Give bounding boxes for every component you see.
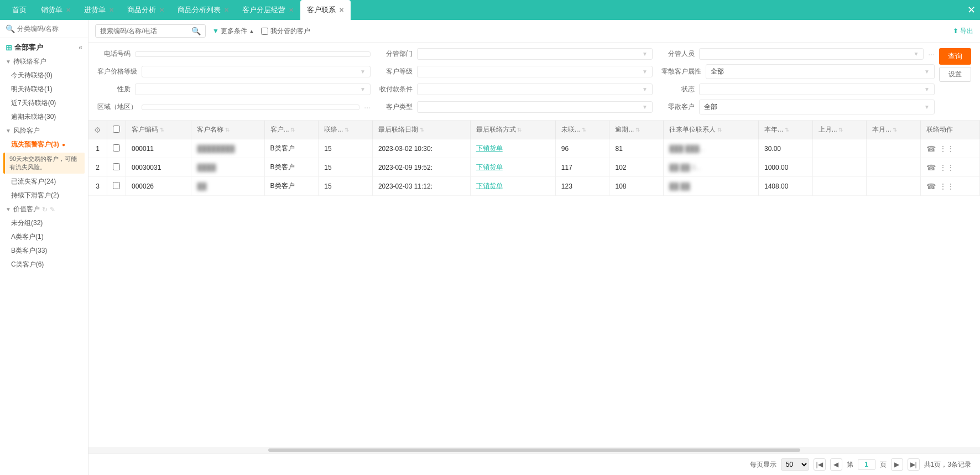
action-contact-icon[interactable]: ☎ (926, 144, 936, 153)
close-purchase-tab[interactable]: ✕ (109, 7, 114, 14)
nav-tab-customer-tier[interactable]: 客户分层经营 ✕ (236, 0, 300, 20)
sidebar-item-overdue[interactable]: 逾期未联络(30) (0, 110, 88, 124)
close-customer-contact-tab[interactable]: ✕ (339, 7, 344, 14)
field-nature-select[interactable]: ▼ (135, 83, 371, 95)
th-contacts[interactable]: 往来单位联系人 (664, 121, 759, 139)
field-retail-attr-select[interactable]: 全部▼ (706, 64, 935, 79)
close-product-tab[interactable]: ✕ (159, 7, 164, 14)
nav-tab-product-analysis[interactable]: 商品分析 ✕ (121, 0, 171, 20)
th-no-contact[interactable]: 未联... (555, 121, 609, 139)
field-phone-input[interactable] (135, 51, 371, 57)
chevron-down-icon-3: ▼ (6, 206, 11, 212)
search-input[interactable] (100, 27, 189, 35)
row-checkbox[interactable] (113, 144, 120, 152)
last-page-btn[interactable]: ▶| (908, 458, 920, 471)
settings-icon[interactable]: ⚙ (94, 126, 101, 134)
query-btn[interactable]: 查询 (939, 48, 971, 65)
nav-tab-sales[interactable]: 销货单 ✕ (34, 0, 77, 20)
th-type[interactable]: 客户... (264, 121, 319, 139)
prev-page-btn[interactable]: ◀ (830, 458, 842, 471)
th-overdue[interactable]: 逾期... (609, 121, 664, 139)
row-last-method[interactable]: 下销货单 (470, 139, 555, 158)
current-page-input[interactable] (858, 459, 875, 470)
sidebar-item-churn-warning[interactable]: 流失预警客户(3) ● (0, 138, 88, 152)
my-customers-check[interactable] (261, 28, 268, 35)
row-this-year: 1000.00 (759, 158, 813, 177)
manager-ellipsis-btn[interactable]: ··· (928, 50, 935, 59)
th-code[interactable]: 客户编码 (126, 121, 191, 139)
action-contact-icon[interactable]: ☎ (926, 163, 936, 172)
close-all-btn[interactable]: ✕ (967, 4, 976, 16)
sidebar-item-declining[interactable]: 持续下滑客户(2) (0, 189, 88, 202)
row-checkbox[interactable] (113, 182, 120, 189)
nav-tab-product-list[interactable]: 商品分析列表 ✕ (171, 0, 236, 20)
th-settings[interactable]: ⚙ (88, 121, 107, 139)
nav-tab-home[interactable]: 首页 (4, 0, 34, 20)
action-more-icon[interactable]: ⋮⋮ (939, 144, 955, 153)
nav-tab-customer-contact[interactable]: 客户联系 ✕ (300, 0, 351, 20)
th-this-month[interactable]: 本月... (867, 121, 921, 139)
export-btn[interactable]: ⬆ 导出 (953, 27, 973, 36)
field-payment-label: 收付款条件 (379, 85, 413, 94)
action-more-icon[interactable]: ⋮⋮ (939, 182, 955, 191)
collapse-sidebar-btn[interactable]: « (79, 44, 82, 51)
row-last-method[interactable]: 下销货单 (470, 177, 555, 196)
close-customer-tier-tab[interactable]: ✕ (289, 7, 294, 14)
per-page-select[interactable]: 50 20 100 (781, 458, 809, 471)
th-checkbox[interactable] (107, 121, 126, 139)
nav-tab-purchase[interactable]: 进货单 ✕ (77, 0, 121, 20)
sidebar-search-input[interactable] (17, 25, 88, 33)
row-last-method[interactable]: 下销货单 (470, 158, 555, 177)
region-ellipsis-btn[interactable]: ··· (364, 103, 371, 112)
th-last-month[interactable]: 上月... (812, 121, 867, 139)
sidebar-item-a-class[interactable]: A类客户(1) (0, 230, 88, 244)
field-dept-select[interactable]: ▼ (417, 48, 653, 60)
table-header: ⚙ 客户编码 客户名称 客户... 联络... 最后联络日期 最后联络方式 未联… (88, 121, 980, 139)
sidebar-item-today[interactable]: 今天待联络(0) (0, 69, 88, 82)
sidebar-item-c-class[interactable]: C类客户(6) (0, 258, 88, 272)
field-customer-level-select[interactable]: ▼ (417, 66, 653, 77)
first-page-btn[interactable]: |◀ (814, 458, 826, 471)
row-last-date: 2023-02-09 19:52: (372, 158, 470, 177)
field-status-select[interactable]: ▼ (699, 83, 935, 95)
edit-icon[interactable]: ✎ (50, 206, 55, 213)
close-sales-tab[interactable]: ✕ (66, 7, 71, 14)
action-contact-icon[interactable]: ☎ (926, 182, 936, 191)
sidebar-item-ungrouped[interactable]: 未分组(32) (0, 216, 88, 230)
table-row: 3 000026 ██ B类客户 15 2023-02-03 11:12: 下销… (88, 177, 980, 196)
select-all-checkbox[interactable] (113, 126, 120, 133)
settings-btn[interactable]: 设置 (939, 67, 971, 82)
more-conditions-btn[interactable]: ▼ 更多条件 ▲ (212, 27, 254, 36)
sidebar-item-b-class[interactable]: B类客户(33) (0, 244, 88, 258)
action-more-icon[interactable]: ⋮⋮ (939, 163, 955, 172)
th-name[interactable]: 客户名称 (191, 121, 264, 139)
close-product-list-tab[interactable]: ✕ (224, 7, 229, 14)
sidebar-all-customers[interactable]: ⊞ 全部客户 « (0, 38, 88, 55)
field-customer-type-select[interactable]: ▼ (417, 101, 653, 113)
field-manager-select[interactable]: ▼ (699, 48, 924, 60)
th-last-method[interactable]: 最后联络方式 (470, 121, 555, 139)
search-btn-icon[interactable]: 🔍 (191, 27, 201, 35)
sidebar-group-value[interactable]: ▼ 价值客户 ↻ ✎ (0, 202, 88, 216)
th-last-date[interactable]: 最后联络日期 (372, 121, 470, 139)
row-name: ████ (191, 158, 264, 177)
filter-row-3: 性质 ▼ 收付款条件 ▼ 状态 (97, 83, 935, 95)
refresh-icon[interactable]: ↻ (42, 206, 48, 213)
data-table: ⚙ 客户编码 客户名称 客户... 联络... 最后联络日期 最后联络方式 未联… (88, 121, 980, 196)
sidebar-item-lost[interactable]: 已流失客户(24) (0, 175, 88, 189)
row-checkbox[interactable] (113, 163, 120, 170)
horizontal-scrollbar[interactable] (88, 447, 980, 453)
sidebar-group-risk[interactable]: ▼ 风险客户 (0, 124, 88, 138)
sidebar-item-7days[interactable]: 近7天待联络(0) (0, 96, 88, 110)
field-dept: 分管部门 ▼ (379, 48, 653, 60)
th-this-year[interactable]: 本年... (759, 121, 813, 139)
sidebar-group-pending[interactable]: ▼ 待联络客户 (0, 55, 88, 69)
field-retail-select[interactable]: 全部▼ (699, 100, 935, 114)
field-price-level-select[interactable]: ▼ (142, 66, 371, 77)
th-contact[interactable]: 联络... (319, 121, 373, 139)
field-region-select[interactable] (142, 105, 359, 110)
scrollbar-thumb[interactable] (268, 448, 800, 452)
field-payment-select[interactable]: ▼ (417, 83, 653, 95)
sidebar-item-tomorrow[interactable]: 明天待联络(1) (0, 82, 88, 96)
next-page-btn[interactable]: ▶ (891, 458, 903, 471)
